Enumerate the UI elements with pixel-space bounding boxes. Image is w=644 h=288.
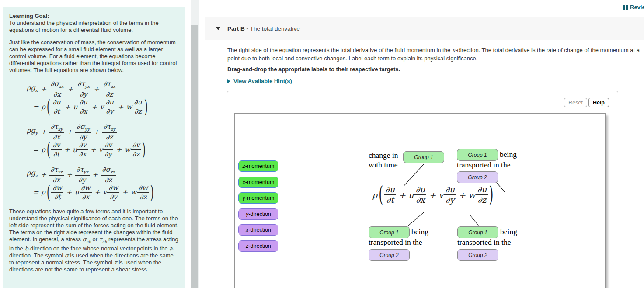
book-icon <box>623 5 628 10</box>
equation-x-rhs: =ρ(∂u∂t+u∂u∂x+v∂u∂y+w∂u∂z) <box>30 98 179 116</box>
equation-x-momentum: ρgx+∂σxx∂x+∂τyx∂y+∂τzx∂z =ρ(∂u∂t+u∂u∂x+v… <box>27 80 179 116</box>
target-d-being: being <box>500 227 517 236</box>
equation-z-rhs: =ρ(∂w∂t+u∂w∂x+v∂w∂y+w∂w∂z) <box>30 184 179 201</box>
target-b-being: being <box>500 150 517 159</box>
drag-label-z-momentum[interactable]: z-momentum <box>238 160 278 172</box>
part-b-title-rest: The total derivative <box>250 25 300 32</box>
target-a-text-post: with time <box>369 160 398 170</box>
drag-drop-instruction: Drag-and-drop the appropriate labels to … <box>227 66 621 73</box>
target-b-group1[interactable]: Group 1 <box>457 149 498 161</box>
learning-goal-title: Learning Goal: <box>9 13 179 20</box>
target-d-group1[interactable]: Group 1 <box>457 226 498 238</box>
learning-goal-text: To understand the physical interpretatio… <box>9 20 179 34</box>
help-button[interactable]: Help <box>588 98 609 107</box>
equation-z-momentum: ρgz+∂τxz∂x+∂τyz∂y+∂σzz∂z =ρ(∂w∂t+u∂w∂x+v… <box>27 166 179 201</box>
reset-button[interactable]: Reset <box>564 98 587 107</box>
part-b-title: Part B - The total derivative <box>227 25 300 32</box>
labels-column-divider <box>282 114 282 288</box>
target-c-line2: transported in the <box>369 238 422 247</box>
equation-y-lhs: ρgy+∂τxy∂x+∂σyy∂y+∂τzy∂z <box>27 123 179 141</box>
drag-drop-panel: Reset Help z-momentum x-momentum y-momen… <box>227 91 618 288</box>
view-hints-row[interactable]: View Available Hint(s) <box>227 78 292 84</box>
stress-explanation-paragraph: These equations have quite a few terms a… <box>9 208 179 273</box>
drag-label-x-momentum[interactable]: x-momentum <box>238 177 278 188</box>
collapse-icon[interactable] <box>216 27 220 30</box>
vertical-scrollbar[interactable] <box>191 0 199 288</box>
target-c-group2[interactable]: Group 2 <box>369 249 410 261</box>
intro-paragraph: Just like the conservation of mass, the … <box>9 39 179 74</box>
target-c-group1[interactable]: Group 1 <box>369 226 410 238</box>
target-d-line2: transported in the <box>457 238 511 247</box>
part-b-header[interactable]: Part B - The total derivative <box>205 17 644 40</box>
drag-label-z-direction[interactable]: z-direction <box>238 240 278 252</box>
learning-goal-panel: Learning Goal: To understand the physica… <box>3 7 185 288</box>
drag-label-y-direction[interactable]: y-direction <box>238 208 278 220</box>
scrollbar-thumb[interactable] <box>191 25 198 288</box>
target-a-group1[interactable]: Group 1 <box>403 151 444 163</box>
part-b-title-bold: Part B - <box>227 25 250 32</box>
drag-label-y-momentum[interactable]: y-momentum <box>238 192 278 204</box>
equation-z-lhs: ρgz+∂τxz∂x+∂τyz∂y+∂σzz∂z <box>27 166 179 184</box>
target-b-line2: transported in the <box>457 160 510 170</box>
equation-x-lhs: ρgx+∂σxx∂x+∂τyx∂y+∂τzx∂z <box>27 80 179 98</box>
review-link[interactable]: Review <box>623 4 644 10</box>
drag-label-x-direction[interactable]: x-direction <box>238 224 278 236</box>
momentum-equations: ρgx+∂σxx∂x+∂τyx∂y+∂τzx∂z =ρ(∂u∂t+u∂u∂x+v… <box>27 80 179 201</box>
view-hints-link[interactable]: View Available Hint(s) <box>233 78 292 84</box>
target-equation: ρ(∂u∂t+u∂u∂x+v∂u∂y+w∂u∂z) <box>372 185 494 205</box>
equation-y-momentum: ρgy+∂τxy∂x+∂σyy∂y+∂τzy∂z =ρ(∂v∂t+u∂v∂x+v… <box>27 123 179 159</box>
drag-drop-canvas: z-momentum x-momentum y-momentum y-direc… <box>234 113 606 288</box>
target-c-being: being <box>411 227 428 236</box>
part-b-description: The right side of the equation represent… <box>227 46 641 62</box>
equation-y-rhs: =ρ(∂v∂t+u∂v∂x+v∂v∂y+w∂v∂z) <box>30 141 179 159</box>
target-a-text-pre: change in <box>369 151 398 160</box>
review-link-label[interactable]: Review <box>630 4 644 10</box>
hint-arrow-icon <box>227 79 230 83</box>
target-d-group2[interactable]: Group 2 <box>457 249 498 261</box>
